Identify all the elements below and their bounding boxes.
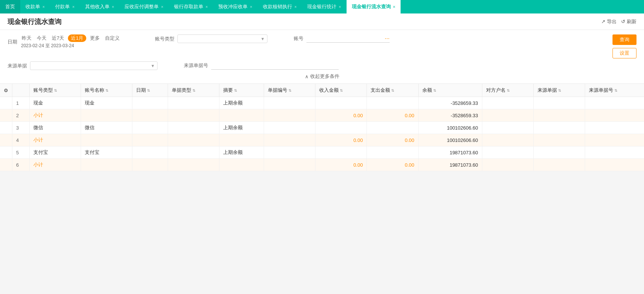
table-cell bbox=[482, 109, 533, 122]
table-cell bbox=[132, 159, 168, 171]
th-counterpart[interactable]: 对方户名⇅ bbox=[482, 84, 533, 97]
nav-tab-label: 预收冲应收单 bbox=[218, 0, 248, 13]
table-cell bbox=[533, 134, 585, 146]
table-cell: 3 bbox=[12, 122, 30, 134]
filter-row-2: 来源单据 ▾ 来源单据号 bbox=[8, 61, 636, 70]
top-nav: 首页 收款单 × 付款单 × 其他收入单 × 应收应付调整单 × 银行存取款单 … bbox=[0, 0, 644, 13]
nav-tab-fukudan[interactable]: 付款单 × bbox=[50, 0, 80, 13]
table-cell: 2 bbox=[12, 109, 30, 122]
close-icon[interactable]: × bbox=[393, 0, 395, 13]
table-cell: 4 bbox=[12, 134, 30, 146]
nav-tab-label: 银行存取款单 bbox=[174, 0, 203, 13]
th-balance[interactable]: 余额⇅ bbox=[418, 84, 482, 97]
page-title: 现金银行流水查询 bbox=[8, 17, 62, 26]
filter-row-1: 日期 昨天 今天 近7天 近1月 更多 自定义 2023-02-24 至 202… bbox=[8, 34, 636, 58]
table-cell: 19871073.60 bbox=[418, 159, 482, 171]
sort-icon: ⇅ bbox=[288, 88, 291, 93]
table-cell bbox=[264, 134, 315, 146]
table-cell bbox=[264, 159, 315, 171]
close-icon[interactable]: × bbox=[72, 0, 74, 13]
nav-tab-shoudan[interactable]: 收款单 × bbox=[20, 0, 50, 13]
setting-button[interactable]: 设置 bbox=[612, 48, 636, 58]
table-cell bbox=[81, 134, 132, 146]
close-icon[interactable]: × bbox=[250, 0, 252, 13]
nav-tab-yinhangcunqu[interactable]: 银行存取款单 × bbox=[169, 0, 213, 13]
table-cell: 小计 bbox=[30, 159, 81, 171]
nav-tab-xianjinyinhang[interactable]: 现金银行统计 × bbox=[302, 0, 346, 13]
th-summary[interactable]: 摘要⇅ bbox=[219, 84, 264, 97]
table-header-row: ⚙ 账号类型⇅ 账号名称⇅ 日期⇅ 单据类型⇅ 摘要⇅ bbox=[0, 84, 644, 97]
table-cell: 0.00 bbox=[315, 134, 367, 146]
table-cell: 上期余额 bbox=[219, 122, 264, 134]
table-cell: 微信 bbox=[30, 122, 81, 134]
table-cell bbox=[585, 134, 644, 146]
table-cell: 100102606.60 bbox=[418, 122, 482, 134]
close-icon[interactable]: × bbox=[161, 0, 163, 13]
table-cell bbox=[533, 109, 585, 122]
table-row[interactable]: 5支付宝支付宝上期余额19871073.60 bbox=[0, 146, 644, 159]
table-cell bbox=[482, 97, 533, 109]
date-opt-more[interactable]: 更多 bbox=[89, 34, 101, 42]
table-cell bbox=[585, 159, 644, 171]
nav-tab-yushouzhongying[interactable]: 预收冲应收单 × bbox=[213, 0, 257, 13]
chevron-up-icon: ∧ bbox=[305, 74, 309, 79]
table-cell: 0.00 bbox=[315, 109, 367, 122]
gear-icon: ⚙ bbox=[4, 88, 8, 93]
query-button[interactable]: 查询 bbox=[612, 34, 636, 45]
table-cell bbox=[533, 159, 585, 171]
table-cell: 小计 bbox=[30, 109, 81, 122]
table-row[interactable]: 2小计0.000.00-3528659.33 bbox=[0, 109, 644, 122]
table-row[interactable]: 1现金现金上期余额-3528659.33 bbox=[0, 97, 644, 109]
export-button[interactable]: ↗ 导出 bbox=[601, 18, 617, 25]
page-header: 现金银行流水查询 ↗ 导出 ↺ 刷新 bbox=[0, 13, 644, 30]
th-expense[interactable]: 支出金额⇅ bbox=[367, 84, 418, 97]
th-source-doc-no[interactable]: 来源单据号⇅ bbox=[585, 84, 644, 97]
account-type-select[interactable]: ▾ bbox=[177, 34, 267, 43]
close-icon[interactable]: × bbox=[206, 0, 208, 13]
account-dots-button[interactable]: ··· bbox=[384, 35, 389, 42]
date-opt-7days[interactable]: 近7天 bbox=[50, 34, 66, 42]
table-cell bbox=[585, 109, 644, 122]
th-doc-type[interactable]: 单据类型⇅ bbox=[168, 84, 219, 97]
account-input-wrap: ··· bbox=[306, 34, 389, 43]
th-account-type[interactable]: 账号类型⇅ bbox=[30, 84, 81, 97]
close-icon[interactable]: × bbox=[42, 0, 45, 13]
close-icon[interactable]: × bbox=[112, 0, 114, 13]
date-opt-yesterday[interactable]: 昨天 bbox=[20, 34, 33, 42]
th-income[interactable]: 收入金额⇅ bbox=[315, 84, 367, 97]
nav-tab-shoukuanhexiao[interactable]: 收款核销执行 × bbox=[258, 0, 302, 13]
nav-tab-liushui[interactable]: 现金银行流水查询 × bbox=[347, 0, 401, 13]
table-row[interactable]: 4小计0.000.00100102606.60 bbox=[0, 134, 644, 146]
date-opt-1month[interactable]: 近1月 bbox=[68, 34, 86, 42]
th-source-doc[interactable]: 来源单据⇅ bbox=[533, 84, 585, 97]
table-cell bbox=[367, 146, 418, 159]
source-doc-select[interactable]: ▾ bbox=[30, 61, 158, 70]
table-row[interactable]: 3微信微信上期余额100102606.60 bbox=[0, 122, 644, 134]
table-cell bbox=[482, 159, 533, 171]
th-account-name[interactable]: 账号名称⇅ bbox=[81, 84, 132, 97]
table-cell: 0.00 bbox=[367, 159, 418, 171]
th-gear[interactable]: ⚙ bbox=[0, 84, 12, 97]
nav-home[interactable]: 首页 bbox=[0, 0, 20, 13]
nav-tab-qitashouru[interactable]: 其他收入单 × bbox=[80, 0, 119, 13]
table-cell bbox=[585, 146, 644, 159]
th-date[interactable]: 日期⇅ bbox=[132, 84, 168, 97]
source-doc-no-input[interactable] bbox=[211, 61, 331, 69]
table-cell: -3528659.33 bbox=[418, 97, 482, 109]
account-input[interactable] bbox=[306, 34, 381, 42]
date-opt-custom[interactable]: 自定义 bbox=[104, 34, 121, 42]
nav-tab-yingshoutiaozheng[interactable]: 应收应付调整单 × bbox=[119, 0, 168, 13]
th-doc-no[interactable]: 单据编号⇅ bbox=[264, 84, 315, 97]
table-row[interactable]: 6小计0.000.0019871073.60 bbox=[0, 159, 644, 171]
collapse-button[interactable]: ∧ 收起更多条件 bbox=[8, 73, 636, 80]
close-icon[interactable]: × bbox=[339, 0, 341, 13]
source-doc-no-label: 来源单据号 bbox=[184, 62, 208, 69]
export-icon: ↗ bbox=[601, 19, 605, 24]
refresh-button[interactable]: ↺ 刷新 bbox=[621, 18, 636, 25]
refresh-icon: ↺ bbox=[621, 19, 625, 24]
table-cell bbox=[0, 146, 12, 159]
date-opt-today[interactable]: 今天 bbox=[35, 34, 48, 42]
sort-icon: ⇅ bbox=[105, 88, 108, 93]
close-icon[interactable]: × bbox=[294, 0, 297, 13]
table-cell bbox=[132, 122, 168, 134]
